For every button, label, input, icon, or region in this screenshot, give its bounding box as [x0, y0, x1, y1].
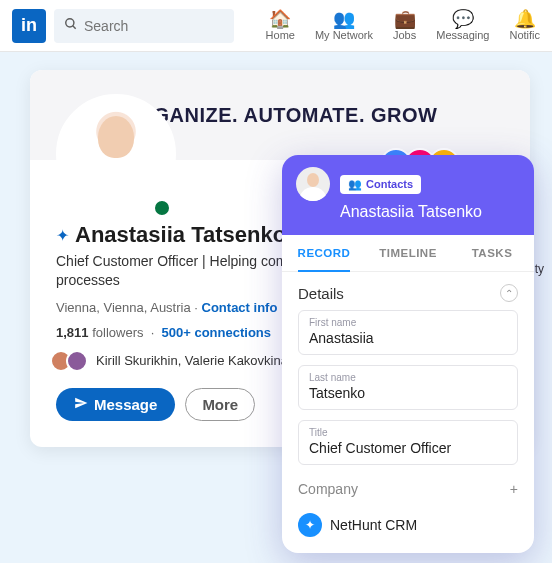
nav-jobs[interactable]: 💼Jobs	[393, 10, 416, 41]
home-icon: 🏠	[269, 10, 291, 28]
presence-indicator	[152, 198, 172, 218]
nav-notifications[interactable]: 🔔Notific	[509, 10, 540, 41]
last-name-field[interactable]: Last name Tatsenko	[298, 365, 518, 410]
banner-tagline: ORGANIZE. AUTOMATE. GROW	[123, 104, 438, 127]
more-button[interactable]: More	[185, 388, 255, 421]
svg-line-1	[73, 25, 76, 28]
mutual-avatar	[66, 350, 88, 372]
search-icon	[64, 17, 78, 35]
tab-record[interactable]: RECORD	[282, 235, 366, 271]
crm-avatar	[296, 167, 330, 201]
connections-link[interactable]: 500+ connections	[162, 325, 271, 340]
tab-timeline[interactable]: TIMELINE	[366, 235, 450, 271]
search-input[interactable]	[54, 9, 234, 43]
contacts-folder-chip[interactable]: 👥 Contacts	[340, 175, 421, 194]
verified-icon: ✦	[56, 226, 69, 245]
linkedin-logo[interactable]: in	[12, 9, 46, 43]
crm-header: 👥 Contacts Anastasiia Tatsenko	[282, 155, 534, 235]
bell-icon: 🔔	[514, 10, 536, 28]
company-section: Company +	[298, 475, 518, 507]
crm-panel: 👥 Contacts Anastasiia Tatsenko RECORD TI…	[282, 155, 534, 553]
svg-point-0	[66, 18, 74, 26]
jobs-icon: 💼	[394, 10, 416, 28]
title-field[interactable]: Title Chief Customer Officer	[298, 420, 518, 465]
profile-avatar[interactable]	[56, 94, 176, 214]
nav-home[interactable]: 🏠Home	[266, 10, 295, 41]
nav-messaging[interactable]: 💬Messaging	[436, 10, 489, 41]
nav-network[interactable]: 👥My Network	[315, 10, 373, 41]
crm-record-name: Anastasiia Tatsenko	[340, 203, 520, 221]
profile-name: Anastasiia Tatsenko	[75, 222, 286, 248]
send-icon	[74, 396, 88, 413]
messaging-icon: 💬	[452, 10, 474, 28]
add-company-button[interactable]: +	[510, 481, 518, 497]
first-name-field[interactable]: First name Anastasiia	[298, 310, 518, 355]
contact-info-link[interactable]: Contact info	[202, 300, 278, 315]
company-chip[interactable]: ✦ NetHunt CRM	[298, 513, 518, 537]
message-button[interactable]: Message	[56, 388, 175, 421]
network-icon: 👥	[333, 10, 355, 28]
tab-tasks[interactable]: TASKS	[450, 235, 534, 271]
search-field[interactable]	[84, 18, 224, 34]
details-section-header[interactable]: Details ⌃	[298, 284, 518, 302]
nethunt-logo-icon: ✦	[298, 513, 322, 537]
people-icon: 👥	[348, 178, 362, 191]
chevron-up-icon: ⌃	[500, 284, 518, 302]
